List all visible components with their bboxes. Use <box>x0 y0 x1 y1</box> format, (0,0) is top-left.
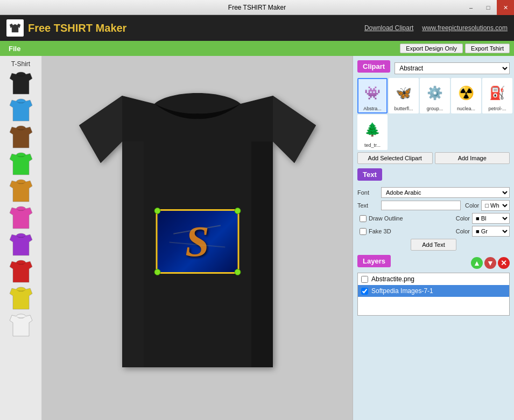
add-text-button[interactable]: Add Text <box>411 239 456 251</box>
clipart-item[interactable]: 🦋 butterfl... <box>389 78 419 113</box>
shirt-color-option[interactable] <box>0 125 41 150</box>
title-bar: Free TSHIRT Maker – □ ✕ <box>0 0 514 15</box>
clipart-thumb: ⛽ <box>484 80 510 106</box>
minimize-button[interactable]: – <box>462 0 480 15</box>
clipart-item[interactable]: ⛽ petrol-... <box>482 78 512 113</box>
layer-controls: ▲ ▼ ✕ <box>471 257 510 269</box>
text-color-label: Color <box>465 202 479 209</box>
menu-buttons: Export Design Only Export Tshirt <box>400 44 510 53</box>
clipart-thumb: 🌲 <box>360 117 385 143</box>
shirt-color-option[interactable] <box>0 98 41 123</box>
text-row: Text Color □ Wh ■ Bl ■ Rd <box>357 200 510 211</box>
draw-outline-label: Draw Outline <box>369 215 452 222</box>
window-title: Free TSHIRT Maker <box>228 4 286 11</box>
export-design-button[interactable]: Export Design Only <box>400 44 463 53</box>
handle-top-left[interactable] <box>154 208 160 214</box>
export-tshirt-button[interactable]: Export Tshirt <box>465 44 510 53</box>
sidebar-section-label: T-Shirt <box>0 60 41 68</box>
layer-checkbox[interactable] <box>361 288 368 295</box>
fake3d-color-label: Color <box>456 228 470 234</box>
clipart-item[interactable]: ☢️ nuclea... <box>451 78 481 113</box>
right-panel: Clipart AbstractAnimalsBuildingsFoodNatu… <box>353 56 514 420</box>
clipart-category-dropdown[interactable]: AbstractAnimalsBuildingsFoodNatureSports… <box>395 62 510 74</box>
shirt-color-option[interactable] <box>0 179 41 203</box>
handle-bottom-left[interactable] <box>154 269 160 275</box>
layers-header-row: Layers ▲ ▼ ✕ <box>357 255 510 270</box>
clipart-label: Abstra... <box>360 106 385 111</box>
clipart-section: Clipart AbstractAnimalsBuildingsFoodNatu… <box>357 60 510 164</box>
text-section: Text Font Adobe ArabicArialTimes New Rom… <box>357 168 510 251</box>
logo-icon <box>6 19 24 37</box>
text-color-select[interactable]: □ Wh ■ Bl ■ Rd <box>481 200 510 211</box>
clipart-label: petrol-... <box>484 106 510 111</box>
handle-bottom-right[interactable] <box>234 269 241 275</box>
shirt-color-option[interactable] <box>0 152 41 176</box>
clipart-item[interactable]: 👾 Abstra... <box>357 78 388 113</box>
clipart-grid: 👾 Abstra... 🦋 butterfl... ⚙️ group... ☢️… <box>357 78 510 150</box>
website-link[interactable]: www.freepicturesolutions.com <box>422 24 508 32</box>
layer-delete-button[interactable]: ✕ <box>498 257 510 269</box>
canvas-area: SOFTF... <box>42 56 353 420</box>
layers-list: Abstractite.png Softpedia Images-7-1 <box>357 273 510 316</box>
font-select[interactable]: Adobe ArabicArialTimes New RomanVerdanaC… <box>381 187 510 198</box>
shirt-color-list <box>0 71 41 338</box>
shirt-color-option[interactable] <box>0 259 41 284</box>
layer-item[interactable]: Abstractite.png <box>358 273 509 285</box>
design-letter: S <box>185 217 209 266</box>
layers-section-header: Layers <box>357 255 391 267</box>
font-label: Font <box>357 189 379 196</box>
sidebar: T-Shirt <box>0 56 42 420</box>
add-text-row: Add Text <box>357 239 510 251</box>
clipart-label: group... <box>422 106 448 111</box>
fake3d-color-select[interactable]: ■ Gr □ Wh ■ Bl <box>472 226 510 237</box>
download-clipart-link[interactable]: Download Clipart <box>364 24 413 32</box>
header-links: Download Clipart www.freepicturesolution… <box>364 24 508 32</box>
layers-section: Layers ▲ ▼ ✕ Abstractite.png Softpedia I… <box>357 255 510 316</box>
clipart-buttons: Add Selected Clipart Add Image <box>357 152 510 164</box>
text-input[interactable] <box>381 201 461 210</box>
font-row: Font Adobe ArabicArialTimes New RomanVer… <box>357 187 510 198</box>
layer-item[interactable]: Softpedia Images-7-1 <box>358 285 509 297</box>
logo-text: Free TSHIRT Maker <box>28 22 126 34</box>
clipart-label: ted_tr... <box>360 143 385 148</box>
outline-color-label: Color <box>456 215 470 222</box>
clipart-thumb: ⚙️ <box>422 80 448 106</box>
design-overlay[interactable]: S <box>156 209 239 274</box>
logo-free: Free <box>28 22 51 34</box>
add-image-button[interactable]: Add Image <box>435 152 510 164</box>
handle-top-right[interactable] <box>234 208 241 214</box>
maximize-button[interactable]: □ <box>480 0 497 15</box>
app-header: Free TSHIRT Maker Download Clipart www.f… <box>0 15 514 41</box>
close-button[interactable]: ✕ <box>497 0 514 15</box>
layer-name: Softpedia Images-7-1 <box>371 287 506 295</box>
logo-maker: Maker <box>96 22 127 34</box>
clipart-item[interactable]: ⚙️ group... <box>420 78 450 113</box>
fake3d-label: Fake 3D <box>369 228 452 234</box>
draw-outline-row: Draw Outline Color ■ Bl □ Wh <box>357 213 510 224</box>
text-section-header: Text <box>357 168 382 181</box>
fake3d-row: Fake 3D Color ■ Gr □ Wh ■ Bl <box>357 226 510 237</box>
clipart-thumb: 🦋 <box>391 80 417 106</box>
layer-down-button[interactable]: ▼ <box>484 257 496 269</box>
shirt-color-option[interactable] <box>0 286 41 311</box>
clipart-thumb: ☢️ <box>453 80 479 106</box>
shirt-color-option[interactable] <box>0 71 41 96</box>
clipart-section-header: Clipart <box>357 60 390 73</box>
menu-bar: File Export Design Only Export Tshirt <box>0 41 514 56</box>
file-menu[interactable]: File <box>4 44 25 54</box>
layer-name: Abstractite.png <box>371 275 506 283</box>
add-clipart-button[interactable]: Add Selected Clipart <box>357 152 433 164</box>
fake3d-checkbox[interactable] <box>360 228 367 235</box>
clipart-header-row: Clipart AbstractAnimalsBuildingsFoodNatu… <box>357 60 510 76</box>
logo-tshirt: TSHIRT <box>54 22 93 34</box>
clipart-item[interactable]: 🌲 ted_tr... <box>357 115 388 150</box>
clipart-label: nuclea... <box>453 106 479 111</box>
text-label: Text <box>357 202 379 209</box>
shirt-color-option[interactable] <box>0 205 41 230</box>
draw-outline-checkbox[interactable] <box>360 215 367 222</box>
outline-color-select[interactable]: ■ Bl □ Wh <box>472 213 510 224</box>
shirt-color-option[interactable] <box>0 232 41 257</box>
layer-up-button[interactable]: ▲ <box>471 257 483 269</box>
layer-checkbox[interactable] <box>361 276 368 283</box>
shirt-color-option[interactable] <box>0 313 41 338</box>
